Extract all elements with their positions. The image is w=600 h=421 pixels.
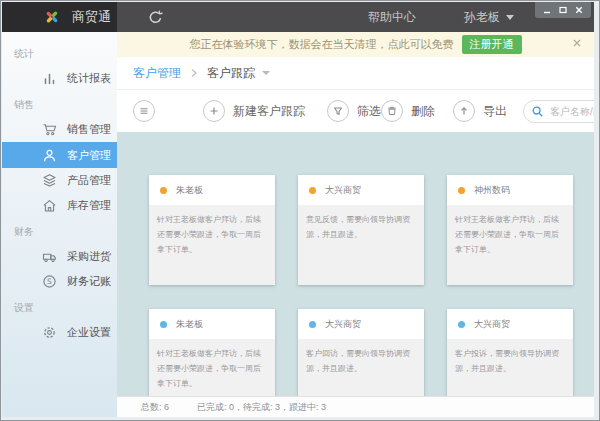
sidebar-item-product-management[interactable]: 产品管理 (2, 168, 117, 193)
cart-icon (42, 122, 57, 137)
card-header: 大兴商贸 (298, 175, 424, 205)
breadcrumb: 客户管理 客户跟踪 (117, 57, 594, 90)
sidebar-item-purchasing[interactable]: 采购进货 (2, 244, 117, 269)
refresh-icon[interactable] (147, 9, 164, 26)
sidebar-section-sales: 销售 (2, 91, 117, 117)
sidebar-item-label: 企业设置 (67, 325, 111, 340)
toolbar: 新建客户跟踪 筛选 删除 (117, 90, 594, 132)
bar-chart-icon (42, 71, 57, 86)
card-title: 大兴商贸 (325, 184, 361, 197)
filter-button[interactable]: 筛选 (327, 100, 381, 122)
card-title: 朱老板 (176, 184, 203, 197)
trash-icon (381, 100, 403, 122)
status-total: 总数: 6 (141, 401, 169, 414)
card-title: 朱老板 (176, 318, 203, 331)
card-body: 客户回访，需要向领导协调资源，并且跟进。 (298, 339, 424, 396)
sidebar-item-customer-management[interactable]: 客户管理 (2, 142, 117, 168)
card-header: 朱老板 (149, 175, 275, 205)
customer-track-card[interactable]: 朱老板 针对王老板做客户拜访，后续还需要小荣跟进，争取一周后拿下订单。 (149, 175, 275, 285)
close-notice-icon[interactable] (572, 38, 582, 48)
person-icon (42, 148, 57, 163)
card-header: 神州数码 (447, 175, 573, 205)
status-dot-icon (160, 321, 167, 328)
chevron-down-icon (506, 15, 514, 20)
register-button[interactable]: 注册开通 (462, 35, 522, 54)
sidebar-item-bookkeeping[interactable]: S 财务记账 (2, 269, 117, 294)
home-icon (42, 198, 57, 213)
funnel-icon (327, 100, 349, 122)
svg-text:S: S (47, 277, 52, 286)
delete-button[interactable]: 删除 (381, 100, 435, 122)
user-name: 孙老板 (464, 9, 500, 26)
sidebar-section-finance: 财务 (2, 218, 117, 244)
money-icon: S (42, 274, 57, 289)
card-body: 客户投诉，需要向领导协调资源，并且跟进。 (447, 339, 573, 396)
arrow-up-icon (453, 100, 475, 122)
status-dot-icon (160, 187, 167, 194)
search-box (523, 100, 594, 123)
card-body: 针对王老板做客户拜访，后续还需要小荣跟进，争取一周后拿下订单。 (447, 205, 573, 285)
card-title: 大兴商贸 (474, 318, 510, 331)
help-center-link[interactable]: 帮助中心 (368, 9, 416, 26)
truck-icon (42, 249, 57, 264)
layers-icon (42, 173, 57, 188)
sidebar-section-settings: 设置 (2, 294, 117, 320)
chevron-right-icon (190, 68, 198, 78)
breadcrumb-parent[interactable]: 客户管理 (133, 65, 181, 82)
app-window: 商贸通 帮助中心 孙老板 (0, 0, 600, 421)
card-body: 针对王老板做客户拜访，后续还需要小荣跟进，争取一周后拿下订单。 (149, 339, 275, 396)
status-dot-icon (309, 321, 316, 328)
sidebar-item-statistics-report[interactable]: 统计报表 (2, 66, 117, 91)
trial-notice-text: 您正在体验环境下，数据会在当天清理，点此可以免费 (190, 37, 454, 52)
card-title: 大兴商贸 (325, 318, 361, 331)
card-header: 朱老板 (149, 309, 275, 339)
status-dot-icon (458, 187, 465, 194)
maximize-button[interactable] (559, 6, 567, 14)
gear-icon (42, 325, 57, 340)
customer-track-card[interactable]: 大兴商贸 意见反馈，需要向领导协调资源，并且跟进。 (298, 175, 424, 285)
sidebar-item-sales-management[interactable]: 销售管理 (2, 117, 117, 142)
export-button[interactable]: 导出 (453, 100, 507, 122)
logo-area: 商贸通 (2, 2, 117, 32)
customer-track-card[interactable]: 神州数码 针对王老板做客户拜访，后续还需要小荣跟进，争取一周后拿下订单。 (447, 175, 573, 285)
new-customer-track-button[interactable]: 新建客户跟踪 (203, 100, 305, 122)
sidebar-item-label: 采购进货 (67, 249, 111, 264)
status-dot-icon (458, 321, 465, 328)
status-breakdown: 已完成: 0，待完成: 3，跟进中: 3 (197, 401, 326, 414)
search-icon (531, 105, 544, 118)
trial-notice-bar: 您正在体验环境下，数据会在当天清理，点此可以免费 注册开通 (117, 32, 594, 57)
card-title: 神州数码 (474, 184, 510, 197)
pinwheel-logo-icon (44, 9, 60, 25)
minimize-button[interactable] (543, 6, 551, 14)
customer-track-board: 朱老板 针对王老板做客户拜访，后续还需要小荣跟进，争取一周后拿下订单。 大兴商贸… (117, 132, 594, 396)
close-button[interactable] (575, 6, 583, 14)
app-title: 商贸通 (72, 8, 111, 26)
status-dot-icon (309, 187, 316, 194)
customer-track-card[interactable]: 大兴商贸 客户回访，需要向领导协调资源，并且跟进。 (298, 309, 424, 396)
sidebar-item-label: 统计报表 (67, 71, 111, 86)
user-menu[interactable]: 孙老板 (464, 9, 514, 26)
sidebar-item-label: 产品管理 (67, 173, 111, 188)
window-controls (535, 2, 591, 18)
card-header: 大兴商贸 (447, 309, 573, 339)
sidebar-item-label: 客户管理 (67, 148, 111, 163)
customer-track-card[interactable]: 大兴商贸 客户投诉，需要向领导协调资源，并且跟进。 (447, 309, 573, 396)
plus-icon (203, 100, 225, 122)
main-area: 您正在体验环境下，数据会在当天清理，点此可以免费 注册开通 客户管理 客户跟踪 (117, 32, 594, 417)
breadcrumb-current: 客户跟踪 (207, 65, 255, 82)
sidebar-item-label: 库存管理 (67, 198, 111, 213)
card-body: 意见反馈，需要向领导协调资源，并且跟进。 (298, 205, 424, 285)
sidebar-item-label: 销售管理 (67, 122, 111, 137)
breadcrumb-dropdown-icon[interactable] (262, 71, 270, 75)
sidebar-item-company-settings[interactable]: 企业设置 (2, 320, 117, 345)
sidebar-section-stats: 统计 (2, 40, 117, 66)
sidebar: 统计 统计报表 销售 (2, 32, 117, 417)
sidebar-item-label: 财务记账 (67, 274, 111, 289)
card-header: 大兴商贸 (298, 309, 424, 339)
titlebar: 商贸通 帮助中心 孙老板 (2, 2, 594, 32)
sidebar-item-inventory-management[interactable]: 库存管理 (2, 193, 117, 218)
view-menu-button[interactable] (133, 100, 155, 122)
customer-track-card[interactable]: 朱老板 针对王老板做客户拜访，后续还需要小荣跟进，争取一周后拿下订单。 (149, 309, 275, 396)
card-body: 针对王老板做客户拜访，后续还需要小荣跟进，争取一周后拿下订单。 (149, 205, 275, 285)
status-bar: 总数: 6 已完成: 0，待完成: 3，跟进中: 3 (117, 396, 594, 417)
